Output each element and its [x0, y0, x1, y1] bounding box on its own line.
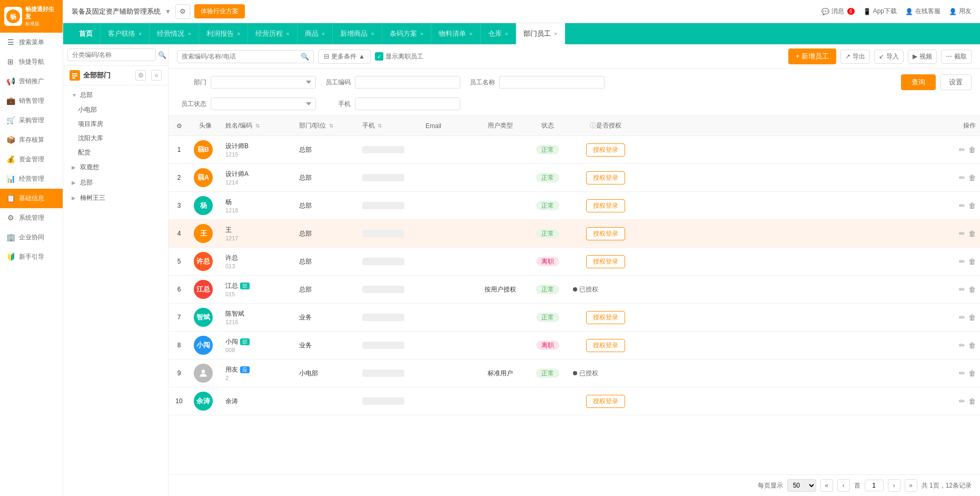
tab-profit-close[interactable]: ×: [237, 31, 240, 37]
dept-search-icon[interactable]: 🔍: [158, 51, 166, 59]
settings-icon[interactable]: ⚙: [176, 122, 182, 130]
delete-btn[interactable]: 🗑: [968, 369, 976, 377]
tab-bom-close[interactable]: ×: [469, 31, 472, 37]
tab-profit[interactable]: 利润报告 ×: [199, 23, 248, 44]
tab-home[interactable]: 首页: [72, 23, 101, 44]
filter-phone-input[interactable]: [355, 98, 460, 110]
sidebar-item-sales[interactable]: 💼 销售管理: [0, 91, 63, 111]
auth-login-btn[interactable]: 授权登录: [586, 227, 625, 240]
delete-btn[interactable]: 🗑: [968, 229, 976, 238]
tab-customer-close[interactable]: ×: [138, 31, 142, 37]
tab-barcode-close[interactable]: ×: [420, 31, 423, 37]
dept-child-shenyangdaku[interactable]: 沈阳大库: [63, 131, 168, 145]
view-button[interactable]: ▶ 视频: [908, 50, 937, 64]
delete-btn[interactable]: 🗑: [968, 257, 976, 266]
set-button[interactable]: 设置: [940, 74, 972, 90]
auth-login-btn[interactable]: 授权登录: [586, 255, 625, 268]
filter-name-input[interactable]: [499, 76, 605, 89]
dept-collapse-btn[interactable]: «: [151, 70, 162, 81]
th-phone[interactable]: 手机 ⇅: [358, 116, 421, 136]
tab-journey[interactable]: 经营历程 ×: [248, 23, 297, 44]
import-button[interactable]: ↙ 导入: [874, 50, 904, 64]
sidebar-item-guide[interactable]: 🔰 新手引导: [0, 247, 63, 267]
edit-btn[interactable]: ✏: [959, 369, 965, 377]
dept-node-nanshu[interactable]: ▶ 楠树王三: [63, 190, 168, 206]
auth-login-btn[interactable]: 授权登录: [586, 339, 625, 352]
tab-warehouse[interactable]: 仓库 ×: [481, 23, 516, 44]
filter-code-input[interactable]: [355, 76, 460, 89]
edit-btn[interactable]: ✏: [959, 285, 965, 294]
dept-settings-icon[interactable]: ⚙: [135, 70, 146, 81]
tab-goods[interactable]: 商品 ×: [298, 23, 333, 44]
page-input[interactable]: [865, 480, 884, 491]
th-name[interactable]: 姓名/编码 ⇅: [221, 116, 295, 136]
dept-node-zongbu[interactable]: ▶ 总部: [63, 175, 168, 190]
tab-new-goods[interactable]: 新增商品 ×: [333, 23, 382, 44]
more-button[interactable]: ⋯ 截取: [941, 50, 972, 64]
first-page-btn[interactable]: «: [820, 479, 833, 492]
sidebar-item-marketing[interactable]: 📢 营销推广: [0, 72, 63, 91]
tab-goods-close[interactable]: ×: [322, 31, 325, 37]
auth-login-btn[interactable]: 授权登录: [586, 199, 625, 212]
edit-btn[interactable]: ✏: [959, 145, 965, 154]
sidebar-item-system[interactable]: ⚙ 系统管理: [0, 208, 63, 228]
edit-btn[interactable]: ✏: [959, 201, 965, 210]
sidebar-item-operations[interactable]: 📊 经营管理: [0, 169, 63, 189]
delete-btn[interactable]: 🗑: [968, 341, 976, 349]
sidebar-item-enterprise[interactable]: 🏢 企业协同: [0, 228, 63, 247]
auth-login-btn[interactable]: 授权登录: [586, 395, 625, 408]
trial-button[interactable]: 体验行业方案: [194, 4, 245, 18]
edit-btn[interactable]: ✏: [959, 229, 965, 238]
tab-operations-close[interactable]: ×: [187, 31, 191, 37]
tab-customer[interactable]: 客户联络 ×: [101, 23, 150, 44]
show-resign-toggle[interactable]: ✓ 显示离职员工: [375, 52, 423, 61]
tab-employees-close[interactable]: ×: [554, 31, 557, 37]
dept-node-shuanglusiang[interactable]: ▶ 双鹿想: [63, 160, 168, 175]
query-button[interactable]: 查询: [901, 74, 936, 90]
dept-child-xiaodibu[interactable]: 小电部: [63, 103, 168, 117]
sidebar-item-purchase[interactable]: 🛒 采购管理: [0, 111, 63, 130]
delete-btn[interactable]: 🗑: [968, 201, 976, 210]
next-page-btn[interactable]: ›: [888, 479, 900, 492]
tab-warehouse-close[interactable]: ×: [505, 31, 508, 37]
sidebar-item-finance[interactable]: 💰 资金管理: [0, 150, 63, 169]
page-size-select[interactable]: 50 100: [787, 479, 816, 492]
last-page-btn[interactable]: »: [905, 479, 917, 492]
delete-btn[interactable]: 🗑: [968, 285, 976, 294]
topbar-dropdown[interactable]: ▼: [165, 8, 171, 15]
edit-btn[interactable]: ✏: [959, 397, 965, 405]
search-icon[interactable]: 🔍: [301, 53, 309, 61]
edit-btn[interactable]: ✏: [959, 313, 965, 322]
edit-btn[interactable]: ✏: [959, 341, 965, 349]
delete-btn[interactable]: 🗑: [968, 313, 976, 322]
sidebar-item-basic-info[interactable]: 📋 基础信息: [0, 189, 63, 208]
tab-operations[interactable]: 经营情况 ×: [150, 23, 199, 44]
filter-dept-select[interactable]: [211, 76, 316, 89]
tab-bom[interactable]: 物料清单 ×: [431, 23, 480, 44]
delete-btn[interactable]: 🗑: [968, 397, 976, 405]
tab-employees[interactable]: 部门员工 ×: [516, 23, 565, 44]
topbar-app-download[interactable]: 📱 App下载: [863, 7, 897, 16]
sidebar-item-search[interactable]: ☰ 搜索菜单: [0, 33, 63, 52]
tab-barcode[interactable]: 条码方案 ×: [382, 23, 431, 44]
dept-child-peihuo[interactable]: 配货: [63, 145, 168, 160]
dept-child-xiangmukufang[interactable]: 项目库房: [63, 117, 168, 131]
sidebar-item-quicknav[interactable]: ⊞ 快捷导航: [0, 52, 63, 72]
tab-new-goods-close[interactable]: ×: [371, 31, 374, 37]
auth-login-btn[interactable]: 授权登录: [586, 171, 625, 184]
topbar-gear-btn[interactable]: ⚙: [175, 4, 190, 19]
edit-btn[interactable]: ✏: [959, 257, 965, 266]
add-employee-button[interactable]: + 新增员工: [788, 48, 836, 64]
tab-journey-close[interactable]: ×: [286, 31, 289, 37]
filter-status-select[interactable]: [211, 98, 316, 110]
dept-search-input[interactable]: [67, 48, 156, 61]
th-dept[interactable]: 部门/职位 ⇅: [295, 116, 358, 136]
topbar-service[interactable]: 👤 在线客服: [905, 7, 941, 16]
search-input[interactable]: [182, 53, 299, 60]
sidebar-item-inventory[interactable]: 📦 库存核算: [0, 130, 63, 150]
delete-btn[interactable]: 🗑: [968, 173, 976, 182]
resign-checkbox[interactable]: ✓: [375, 52, 383, 61]
export-button[interactable]: ↗ 导出: [840, 50, 870, 64]
auth-login-btn[interactable]: 授权登录: [586, 311, 625, 324]
edit-btn[interactable]: ✏: [959, 173, 965, 182]
